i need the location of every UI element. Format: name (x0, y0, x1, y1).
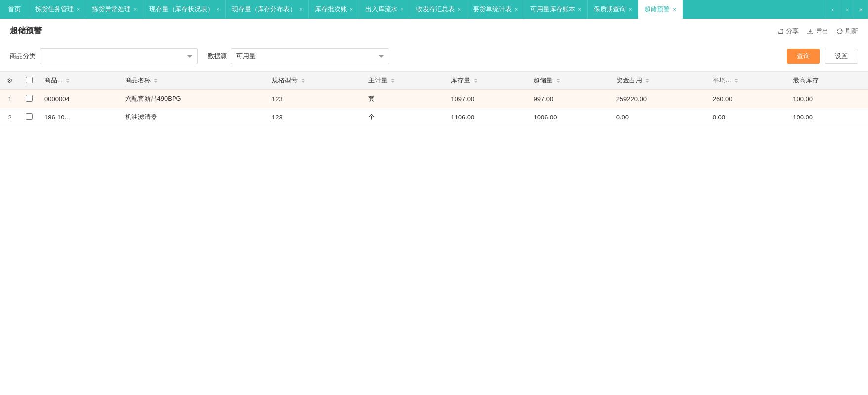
sort-unit (391, 79, 395, 83)
row-2-spec: 123 (266, 108, 362, 126)
page-header: 超储预警 分享 导出 (0, 19, 868, 41)
product-category-chevron (187, 55, 192, 58)
query-button[interactable]: 查询 (787, 49, 820, 64)
row-1-num: 1 (0, 90, 20, 108)
data-source-select[interactable]: 可用量 (231, 48, 389, 64)
sort-avg (734, 79, 738, 83)
table-row: 2 186-10... 机油滤清器 123 个 1106.00 1006.00 … (0, 108, 868, 126)
close-tab-9[interactable]: × (578, 6, 581, 12)
th-over-stock[interactable]: 超储量 (527, 72, 610, 90)
main-content: 超储预警 分享 导出 (0, 19, 868, 395)
product-category-select[interactable] (40, 48, 198, 64)
close-tab-3[interactable]: × (217, 6, 219, 12)
row-2-num: 2 (0, 108, 20, 126)
sort-product-name (154, 79, 158, 83)
share-icon (777, 28, 784, 35)
nav-arrows: ‹ › × (826, 0, 868, 19)
sort-stock (474, 79, 477, 83)
row-1-unit: 套 (362, 90, 445, 108)
data-table: ⚙ 商品... 商品名称 (0, 71, 868, 126)
refresh-icon (836, 28, 843, 35)
row-2-checkbox[interactable] (26, 113, 33, 120)
close-tab-2[interactable]: × (133, 6, 136, 12)
data-source-label: 数据源 (208, 52, 227, 61)
th-product-name[interactable]: 商品名称 (119, 72, 266, 90)
table-header-row: ⚙ 商品... 商品名称 (0, 72, 868, 90)
nav-tab-11[interactable]: 超储预警 × (638, 0, 682, 19)
close-tab-10[interactable]: × (629, 6, 632, 12)
row-2-checkbox-cell (20, 108, 39, 126)
row-1-product-name: 六配套新昌490BPG (119, 90, 266, 108)
nav-home[interactable]: 首页 (0, 0, 29, 19)
row-1-capital-used: 259220.00 (610, 90, 707, 108)
th-capital-used[interactable]: 资金占用 (610, 72, 707, 90)
page-title: 超储预警 (10, 26, 42, 36)
filter-buttons: 查询 设置 (787, 49, 858, 64)
refresh-button[interactable]: 刷新 (836, 27, 858, 36)
nav-tab-1[interactable]: 拣货任务管理 × (29, 0, 86, 19)
row-2-unit: 个 (362, 108, 445, 126)
data-source-chevron (379, 55, 384, 58)
sort-spec (301, 79, 305, 83)
row-2-capital-used: 0.00 (610, 108, 707, 126)
sort-over-stock (556, 79, 560, 83)
row-1-stock: 1097.00 (445, 90, 527, 108)
nav-prev-button[interactable]: ‹ (826, 0, 840, 19)
nav-close-button[interactable]: × (854, 0, 868, 19)
th-max-stock[interactable]: 最高库存 (787, 72, 868, 90)
row-1-over-stock: 997.00 (527, 90, 610, 108)
filter-bar: 商品分类 数据源 可用量 查询 设置 (0, 41, 868, 71)
sort-capital-used (645, 79, 649, 83)
table-container: ⚙ 商品... 商品名称 (0, 71, 868, 126)
nav-tab-5[interactable]: 库存批次账 × (309, 0, 359, 19)
th-settings[interactable]: ⚙ (0, 72, 20, 90)
row-2-max-stock: 100.00 (787, 108, 868, 126)
table-header: ⚙ 商品... 商品名称 (0, 72, 868, 90)
select-all-checkbox[interactable] (26, 77, 33, 83)
export-button[interactable]: 导出 (807, 27, 828, 36)
share-button[interactable]: 分享 (777, 27, 799, 36)
th-avg[interactable]: 平均... (707, 72, 787, 90)
row-2-stock: 1106.00 (445, 108, 527, 126)
filter-data-source: 数据源 可用量 (208, 48, 389, 64)
settings-button[interactable]: 设置 (825, 49, 858, 64)
close-tab-11[interactable]: × (673, 6, 676, 12)
row-1-spec: 123 (266, 90, 362, 108)
th-unit[interactable]: 主计量 (362, 72, 445, 90)
row-1-product-code: 0000004 (39, 90, 119, 108)
close-tab-7[interactable]: × (458, 6, 461, 12)
close-tab-8[interactable]: × (515, 6, 518, 12)
table-body: 1 0000004 六配套新昌490BPG 123 套 1097.00 997.… (0, 90, 868, 126)
nav-next-button[interactable]: › (840, 0, 854, 19)
export-icon (807, 28, 814, 35)
row-2-over-stock: 1006.00 (527, 108, 610, 126)
th-spec[interactable]: 规格型号 (266, 72, 362, 90)
row-1-avg: 260.00 (707, 90, 787, 108)
nav-tab-3[interactable]: 现存量（库存状况表） × (143, 0, 226, 19)
row-2-product-name: 机油滤清器 (119, 108, 266, 126)
nav-tab-7[interactable]: 收发存汇总表 × (410, 0, 467, 19)
row-1-checkbox[interactable] (26, 95, 33, 102)
th-product-code[interactable]: 商品... (39, 72, 119, 90)
row-2-avg: 0.00 (707, 108, 787, 126)
nav-tab-9[interactable]: 可用量库存账本 × (524, 0, 588, 19)
close-tab-5[interactable]: × (350, 6, 353, 12)
close-tab-1[interactable]: × (77, 6, 80, 12)
nav-tab-8[interactable]: 要货单统计表 × (467, 0, 524, 19)
row-2-product-code: 186-10... (39, 108, 119, 126)
th-checkbox (20, 72, 39, 90)
header-actions: 分享 导出 刷新 (777, 27, 858, 36)
sort-product-code (66, 79, 70, 83)
close-tab-4[interactable]: × (299, 6, 302, 12)
data-source-value: 可用量 (236, 52, 256, 61)
th-stock[interactable]: 库存量 (445, 72, 527, 90)
product-category-label: 商品分类 (10, 52, 36, 61)
nav-tab-10[interactable]: 保质期查询 × (588, 0, 638, 19)
row-1-max-stock: 100.00 (787, 90, 868, 108)
nav-tab-4[interactable]: 现存量（库存分布表） × (226, 0, 308, 19)
top-navigation: 首页 拣货任务管理 × 拣货异常处理 × 现存量（库存状况表） × 现存量（库存… (0, 0, 868, 19)
close-tab-6[interactable]: × (400, 6, 403, 12)
nav-tab-6[interactable]: 出入库流水 × (359, 0, 410, 19)
row-1-checkbox-cell (20, 90, 39, 108)
nav-tab-2[interactable]: 拣货异常处理 × (86, 0, 143, 19)
